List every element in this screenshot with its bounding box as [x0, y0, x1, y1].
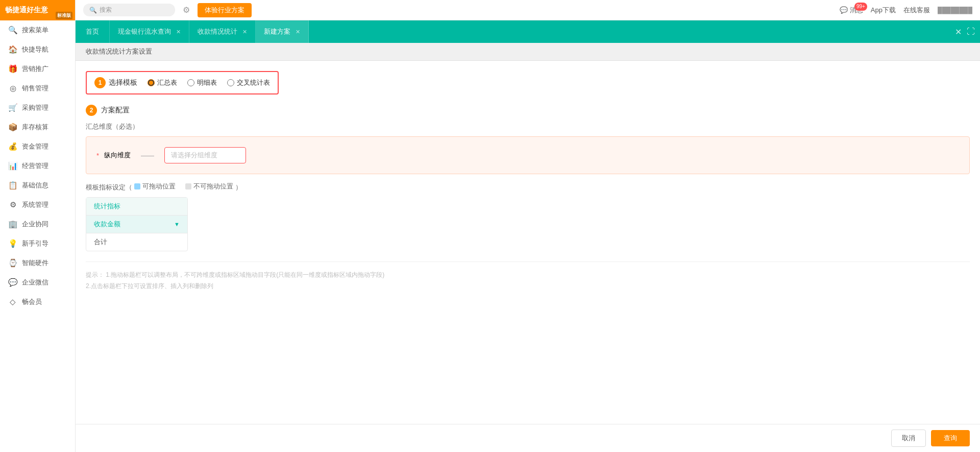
sidebar-item-label: 智能硬件	[22, 258, 48, 268]
sidebar-item-system[interactable]: ⚙ 系统管理	[0, 195, 75, 215]
sidebar-item-member[interactable]: ◇ 畅会员	[0, 292, 75, 312]
sidebar-item-label: 系统管理	[22, 200, 48, 209]
box-icon: 📦	[8, 123, 18, 132]
dimension-selector[interactable]: 请选择分组维度	[164, 147, 246, 163]
non-draggable-indicator: 不可拖动位置	[185, 182, 233, 191]
user-info: ████████	[938, 7, 972, 14]
metrics-column-label: 收款金额	[94, 220, 120, 229]
metrics-column-header[interactable]: 收款金额 ▼	[86, 216, 187, 233]
sidebar-item-label: 营销推广	[22, 64, 48, 74]
tab-receipts[interactable]: 收款情况统计 ✕	[189, 20, 256, 43]
metrics-table: 统计指标 收款金额 ▼ 合计	[86, 197, 188, 251]
sidebar-item-sales[interactable]: ◎ 销售管理	[0, 79, 75, 98]
tips-section: 提示： 1.拖动标题栏可以调整布局，不可跨维度或指标区域拖动目字段(只能在同一维…	[86, 261, 970, 292]
tip-line-1: 提示： 1.拖动标题栏可以调整布局，不可跨维度或指标区域拖动目字段(只能在同一维…	[86, 270, 970, 281]
tabbar-controls: ✕ ⛶	[950, 20, 980, 43]
sidebar-item-hardware[interactable]: ⌚ 智能硬件	[0, 253, 75, 273]
radio-detail-input[interactable]	[187, 79, 194, 86]
step2-title: 方案配置	[101, 106, 130, 115]
tab-newplan[interactable]: 新建方案 ✕	[256, 20, 309, 43]
bulb-icon: 💡	[8, 239, 18, 248]
radio-summary-input[interactable]	[148, 79, 155, 86]
sidebar-item-finance[interactable]: 💰 资金管理	[0, 137, 75, 156]
newplan-tab-close[interactable]: ✕	[296, 29, 300, 35]
sidebar-item-wechat[interactable]: 💬 企业微信	[0, 273, 75, 292]
sidebar-item-quicknav[interactable]: 🏠 快捷导航	[0, 40, 75, 59]
sidebar-item-inventory[interactable]: 📦 库存核算	[0, 117, 75, 137]
page-header-text: 收款情况统计方案设置	[86, 47, 152, 55]
sidebar: 畅捷通好生意 标准版 🔍 搜索菜单 🏠 快捷导航 🎁 营销推广 ◎ 销售管理 🛒…	[0, 0, 76, 452]
non-draggable-label: 不可拖动位置	[193, 182, 233, 191]
home-icon: 🏠	[8, 45, 18, 54]
window-maximize-icon[interactable]: ⛶	[967, 27, 975, 36]
messages-container[interactable]: 💬 消息 99+	[840, 6, 863, 15]
arrow-text: ——	[141, 152, 154, 159]
building-icon: 🏢	[8, 220, 18, 229]
logo-text: 畅捷通好生意	[5, 6, 48, 15]
sidebar-item-label: 库存核算	[22, 123, 48, 132]
sidebar-item-operations[interactable]: 📊 经营管理	[0, 156, 75, 176]
radio-summary-label: 汇总表	[157, 78, 177, 87]
sidebar-item-enterprise[interactable]: 🏢 企业协同	[0, 215, 75, 234]
cancel-button[interactable]: 取消	[891, 430, 926, 447]
dimension-label-text: 汇总维度（必选）	[86, 123, 139, 130]
sidebar-item-basic[interactable]: 📋 基础信息	[0, 176, 75, 195]
non-draggable-dot	[185, 183, 191, 189]
dimension-placeholder: 请选择分组维度	[171, 151, 217, 159]
query-button[interactable]: 查询	[931, 430, 970, 446]
metrics-table-header: 统计指标	[86, 198, 187, 216]
content-area: 收款情况统计方案设置 1 选择模板 汇总表	[76, 43, 980, 424]
receipts-tab-close[interactable]: ✕	[242, 29, 247, 35]
search-icon: 🔍	[8, 26, 18, 35]
tab-cashflow[interactable]: 现金银行流水查询 ✕	[110, 20, 189, 43]
sidebar-item-label: 新手引导	[22, 239, 48, 248]
trial-button[interactable]: 体验行业方案	[198, 3, 252, 17]
metrics-summary-text: 合计	[94, 238, 107, 246]
metrics-section: 模板指标设定（ 可拖动位置 不可拖动位置 ）	[86, 182, 970, 251]
radio-summary[interactable]: 汇总表	[148, 78, 177, 87]
sales-icon: ◎	[8, 84, 18, 93]
form-container: 1 选择模板 汇总表 明细表 交叉统计表	[76, 61, 980, 424]
sidebar-item-label: 搜索菜单	[22, 26, 48, 35]
sidebar-item-newguide[interactable]: 💡 新手引导	[0, 234, 75, 253]
home-tab-label: 首页	[86, 27, 99, 36]
radio-cross-input[interactable]	[227, 79, 234, 86]
radio-detail[interactable]: 明细表	[187, 78, 217, 87]
step2-badge: 2	[86, 105, 97, 116]
online-service-link[interactable]: 在线客服	[903, 6, 930, 15]
cart-icon: 🛒	[8, 103, 18, 112]
sidebar-item-marketing[interactable]: 🎁 营销推广	[0, 59, 75, 79]
search-icon: 🔍	[89, 7, 97, 14]
cashflow-tab-label: 现金银行流水查询	[118, 27, 171, 36]
cashflow-tab-close[interactable]: ✕	[176, 29, 181, 35]
topbar-search[interactable]: 🔍 搜索	[83, 4, 175, 16]
sidebar-item-label: 资金管理	[22, 142, 48, 151]
member-icon: ◇	[8, 297, 18, 306]
chart-icon: 📊	[8, 161, 18, 171]
tabbar: 首页 现金银行流水查询 ✕ 收款情况统计 ✕ 新建方案 ✕ ✕ ⛶	[76, 20, 980, 43]
tab-home[interactable]: 首页	[76, 20, 110, 43]
radio-cross[interactable]: 交叉统计表	[227, 78, 270, 87]
topbar: 🔍 搜索 ⚙ 体验行业方案 💬 消息 99+ App下载 在线客服 ██████…	[76, 0, 980, 20]
step1-badge: 1	[94, 77, 106, 88]
sidebar-item-purchase[interactable]: 🛒 采购管理	[0, 98, 75, 117]
draggable-label: 可拖动位置	[142, 182, 176, 191]
gear-icon[interactable]: ⚙	[183, 5, 190, 15]
app-download-link[interactable]: App下载	[871, 6, 896, 15]
money-icon: 💰	[8, 142, 18, 151]
dropdown-arrow-icon[interactable]: ▼	[174, 221, 180, 227]
sidebar-item-search[interactable]: 🔍 搜索菜单	[0, 20, 75, 40]
sidebar-item-label: 快捷导航	[22, 45, 48, 54]
sidebar-item-label: 采购管理	[22, 103, 48, 112]
gift-icon: 🎁	[8, 64, 18, 74]
clipboard-icon: 📋	[8, 181, 18, 190]
dimension-area: * 纵向维度 —— 请选择分组维度	[86, 136, 970, 174]
draggable-indicator: 可拖动位置	[134, 182, 176, 191]
window-close-icon[interactable]: ✕	[955, 27, 962, 37]
step2-section: 2 方案配置 汇总维度（必选） * 纵向维度 ——	[86, 105, 970, 292]
main-area: 🔍 搜索 ⚙ 体验行业方案 💬 消息 99+ App下载 在线客服 ██████…	[76, 0, 980, 452]
metrics-label-text: 模板指标设定（ 可拖动位置 不可拖动位置 ）	[86, 182, 242, 192]
metrics-header-text: 统计指标	[94, 202, 120, 211]
radio-cross-label: 交叉统计表	[237, 78, 270, 87]
draggable-dot	[134, 183, 140, 189]
